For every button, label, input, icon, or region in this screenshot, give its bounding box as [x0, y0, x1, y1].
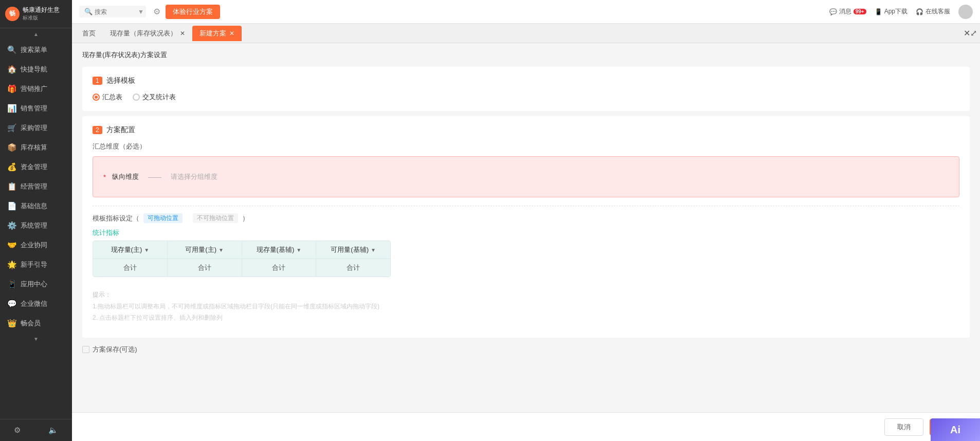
stats-table: 现存量(主) ▼ 合计 可用量(主) ▼ 合计	[93, 241, 391, 277]
tab-inventory-close[interactable]: ✕	[180, 30, 185, 37]
stats-col-1-label: 现存量(主)	[111, 245, 142, 254]
sidebar-item-new-guide[interactable]: 🌟 新手引导	[0, 255, 72, 274]
sidebar-item-purchase[interactable]: 🛒 采购管理	[0, 118, 72, 138]
search-icon: 🔍	[7, 45, 16, 54]
sidebar-item-operations[interactable]: 📋 经营管理	[0, 177, 72, 196]
ai-badge[interactable]: Ai	[931, 418, 980, 441]
panel-expand-button[interactable]: ⤢	[970, 28, 977, 38]
sidebar-item-vip[interactable]: 👑 畅会员	[0, 314, 72, 333]
page-title: 现存量(库存状况表)方案设置	[82, 50, 970, 60]
tab-inventory-label: 现存量（库存状况表）	[110, 29, 177, 38]
tab-inventory-status[interactable]: 现存量（库存状况表） ✕	[103, 26, 192, 41]
indicator-sep	[187, 214, 189, 222]
topbar-search-box[interactable]: 🔍 ▼	[79, 6, 146, 17]
step1-card: 1 选择模板 汇总表 交叉统计表	[82, 67, 970, 111]
save-option-label: 方案保存(可选)	[93, 345, 137, 354]
tab-new-plan-label: 新建方案	[199, 29, 226, 38]
sidebar-settings-btn[interactable]: ⚙	[10, 424, 25, 437]
doc-icon: 📄	[7, 201, 16, 211]
sidebar-item-label: 库存核算	[21, 143, 47, 152]
chevron-down-icon-2[interactable]: ▼	[219, 247, 224, 253]
indicator-label-text: 模板指标设定（	[93, 214, 139, 223]
stats-col-1-body: 合计	[93, 259, 167, 277]
user-avatar[interactable]	[958, 5, 973, 19]
radio-summary[interactable]: 汇总表	[93, 93, 122, 102]
sidebar-item-quick-nav[interactable]: 🏠 快捷导航	[0, 60, 72, 79]
step1-title-label: 选择模板	[106, 76, 135, 85]
app-download-btn[interactable]: 📱 App下载	[875, 7, 908, 16]
step2-title: 2 方案配置	[93, 125, 959, 135]
stats-col-3-header[interactable]: 现存量(基辅) ▼	[242, 241, 316, 259]
chevron-down-icon-3[interactable]: ▼	[296, 247, 301, 253]
radio-cross[interactable]: 交叉统计表	[133, 93, 176, 102]
step2-card: 2 方案配置 汇总维度（必选） * 纵向维度 —— 请选择分组维度 模板指标设定…	[82, 116, 970, 338]
radio-dot-summary	[93, 94, 100, 101]
tab-home-label: 首页	[82, 29, 96, 38]
sidebar-item-label: 经营管理	[21, 182, 47, 191]
content-area: 现存量(库存状况表)方案设置 1 选择模板 汇总表 交叉统计表	[72, 43, 980, 412]
topbar: 🔍 ▼ ⚙ 体验行业方案 💬 消息 99+ 📱 App下载 🎧 在线客服	[72, 0, 980, 24]
scroll-up-arrow[interactable]: ▲	[33, 31, 39, 37]
save-checkbox[interactable]	[82, 346, 89, 353]
online-service-btn[interactable]: 🎧 在线客服	[916, 7, 950, 16]
stats-col-4-body: 合计	[316, 259, 390, 277]
non-draggable-badge: 不可拖动位置	[193, 213, 238, 223]
step2-badge: 2	[93, 126, 102, 134]
stats-label: 统计指标	[93, 228, 959, 237]
sidebar-item-marketing[interactable]: 🎁 营销推广	[0, 79, 72, 99]
stats-table-header: 现存量(主) ▼ 合计 可用量(主) ▼ 合计	[93, 241, 390, 277]
online-service-label: 在线客服	[925, 7, 950, 16]
sidebar-item-enterprise[interactable]: 🤝 企业协同	[0, 235, 72, 255]
message-icon: 💬	[829, 8, 837, 15]
sidebar-logo: 畅 畅康通好生意 标准版	[0, 0, 72, 28]
messages-label: 消息	[839, 7, 851, 16]
mobile-icon: 📱	[7, 280, 16, 289]
stats-col-3: 现存量(基辅) ▼ 合计	[242, 241, 317, 277]
stats-col-3-label: 现存量(基辅)	[257, 245, 295, 254]
sidebar-sound-btn[interactable]: 🔈	[44, 424, 62, 437]
gear-icon[interactable]: ⚙	[153, 7, 160, 16]
sidebar-item-label: 企业协同	[21, 241, 47, 250]
sidebar-item-sales[interactable]: 📊 销售管理	[0, 99, 72, 118]
tips-area: 提示： 1.拖动标题栏可以调整布局，不可跨维度或指标区域拖动栏目字段(只能在同一…	[93, 285, 959, 328]
stats-col-1-header[interactable]: 现存量(主) ▼	[93, 241, 167, 259]
tab-new-plan[interactable]: 新建方案 ✕	[192, 26, 242, 41]
sidebar-item-label: 营销推广	[21, 84, 47, 94]
settings-icon: ⚙️	[7, 221, 16, 230]
sidebar-item-basic-info[interactable]: 📄 基础信息	[0, 196, 72, 216]
tips-title: 提示：	[93, 290, 959, 299]
bottom-bar: 取消 查询	[72, 412, 980, 441]
sidebar-item-inventory[interactable]: 📦 库存核算	[0, 138, 72, 157]
star-icon: 🌟	[7, 260, 16, 269]
sidebar-item-label: 应用中心	[21, 280, 47, 289]
sidebar-item-finance[interactable]: 💰 资金管理	[0, 157, 72, 177]
tab-new-plan-close[interactable]: ✕	[229, 30, 234, 37]
chevron-down-icon-4[interactable]: ▼	[371, 247, 376, 253]
logo-icon: 畅	[5, 7, 20, 21]
chart-icon: 📊	[7, 104, 16, 113]
search-chevron-icon[interactable]: ▼	[138, 8, 144, 15]
home-icon: 🏠	[7, 65, 16, 74]
dimension-area[interactable]: * 纵向维度 —— 请选择分组维度	[93, 156, 959, 197]
scroll-down-arrow[interactable]: ▼	[33, 336, 39, 342]
search-input[interactable]	[95, 8, 136, 15]
trial-btn[interactable]: 体验行业方案	[166, 5, 220, 19]
sidebar-item-label: 畅会员	[21, 319, 41, 328]
stats-col-2-header[interactable]: 可用量(主) ▼	[168, 241, 242, 259]
cancel-button[interactable]: 取消	[884, 418, 923, 436]
chevron-down-icon-1[interactable]: ▼	[144, 247, 149, 253]
sidebar-item-wechat[interactable]: 💬 企业微信	[0, 294, 72, 314]
tip-item-2-text: 2. 点击标题栏下拉可设置排序、插入列和删除列	[93, 314, 223, 321]
messages-btn[interactable]: 💬 消息 99+	[829, 7, 866, 16]
sidebar-item-system[interactable]: ⚙️ 系统管理	[0, 216, 72, 235]
scroll-down[interactable]: ▼	[0, 333, 72, 345]
sidebar-item-app-center[interactable]: 📱 应用中心	[0, 274, 72, 294]
tab-home[interactable]: 首页	[75, 26, 103, 41]
sidebar-item-search-menu[interactable]: 🔍 搜索菜单	[0, 40, 72, 60]
stats-col-4-header[interactable]: 可用量(基辅) ▼	[316, 241, 390, 259]
panel-close-button[interactable]: ✕	[964, 28, 970, 38]
app-name: 畅康通好生意	[23, 6, 60, 14]
divider	[93, 206, 959, 206]
sidebar-item-label: 采购管理	[21, 123, 47, 133]
scroll-up[interactable]: ▲	[0, 28, 72, 40]
